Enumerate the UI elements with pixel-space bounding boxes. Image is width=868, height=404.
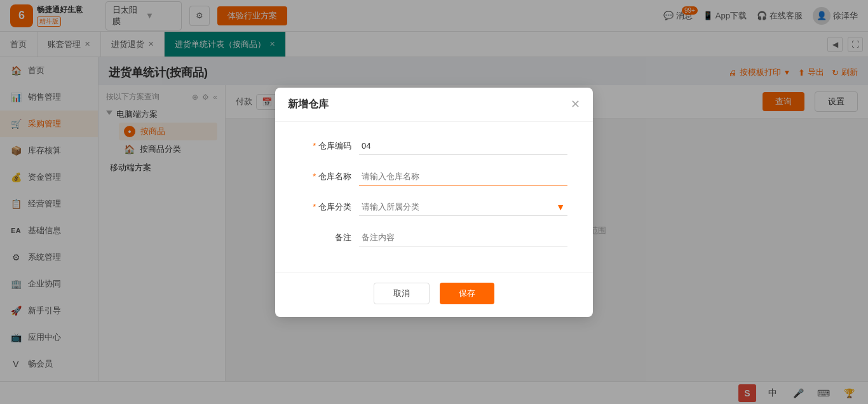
dialog-footer: 取消 保存 bbox=[275, 272, 593, 317]
dialog-header: 新增仓库 ✕ bbox=[275, 88, 593, 122]
name-input[interactable] bbox=[359, 168, 567, 185]
category-dropdown-arrow[interactable]: ▼ bbox=[556, 202, 565, 212]
cancel-button[interactable]: 取消 bbox=[374, 283, 430, 304]
remark-label: 备注 bbox=[301, 232, 351, 243]
form-row-category: 仓库分类 ▼ bbox=[301, 198, 567, 216]
dialog-close-button[interactable]: ✕ bbox=[571, 98, 580, 110]
form-row-name: 仓库名称 bbox=[301, 168, 567, 185]
form-row-remark: 备注 bbox=[301, 229, 567, 246]
name-label: 仓库名称 bbox=[301, 171, 351, 182]
save-button[interactable]: 保存 bbox=[440, 283, 494, 304]
dialog-body: 仓库编码 仓库名称 仓库分类 ▼ 备注 bbox=[275, 122, 593, 272]
modal-overlay: 新增仓库 ✕ 仓库编码 仓库名称 仓库分类 ▼ bbox=[0, 0, 868, 404]
code-input[interactable] bbox=[359, 137, 567, 155]
category-label: 仓库分类 bbox=[301, 201, 351, 213]
new-warehouse-dialog: 新增仓库 ✕ 仓库编码 仓库名称 仓库分类 ▼ bbox=[275, 88, 593, 317]
category-wrap: ▼ bbox=[359, 198, 567, 216]
form-row-code: 仓库编码 bbox=[301, 137, 567, 155]
remark-input[interactable] bbox=[359, 229, 567, 246]
category-input[interactable] bbox=[359, 198, 567, 216]
code-label: 仓库编码 bbox=[301, 140, 351, 152]
dialog-title: 新增仓库 bbox=[288, 98, 329, 111]
